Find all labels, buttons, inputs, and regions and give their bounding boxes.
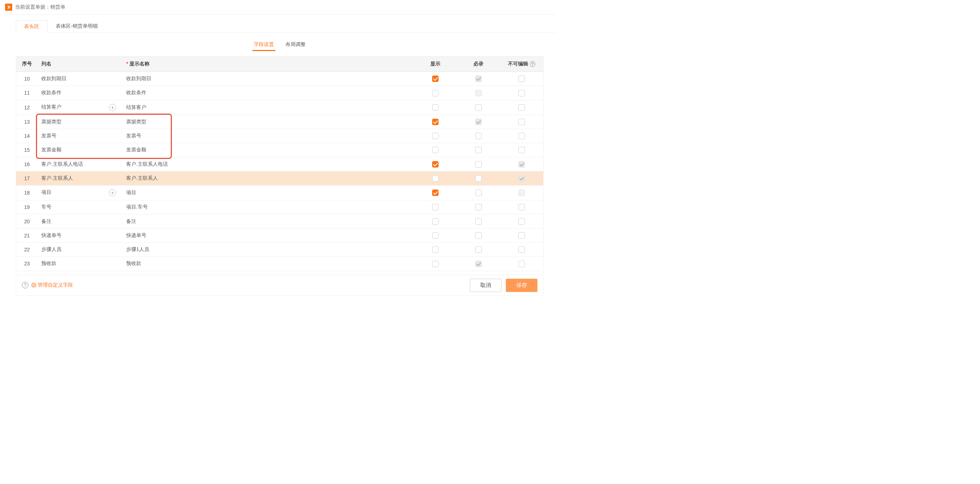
- plus-icon[interactable]: +: [109, 104, 116, 111]
- table-row[interactable]: 17客户.主联系人客户.主联系人: [16, 171, 543, 185]
- show-checkbox[interactable]: [432, 232, 439, 239]
- table-row[interactable]: 19车号项目.车号: [16, 200, 543, 214]
- cell-seq: 13: [16, 115, 38, 129]
- required-checkbox[interactable]: [475, 133, 482, 139]
- readonly-checkbox: [519, 161, 525, 167]
- manage-custom-fields-link[interactable]: 管理自定义字段: [31, 282, 73, 288]
- required-checkbox[interactable]: [475, 232, 482, 239]
- show-checkbox[interactable]: [432, 261, 439, 267]
- help-icon[interactable]: ?: [22, 282, 29, 288]
- cell-col-name: 预收款: [38, 257, 123, 271]
- required-checkbox[interactable]: [475, 147, 482, 153]
- readonly-checkbox[interactable]: [519, 232, 525, 239]
- cell-display-name[interactable]: 快递单号: [123, 228, 414, 242]
- readonly-checkbox[interactable]: [519, 75, 525, 82]
- show-checkbox[interactable]: [432, 218, 439, 225]
- readonly-checkbox[interactable]: [519, 246, 525, 253]
- show-checkbox[interactable]: [432, 90, 439, 96]
- cell-display-name[interactable]: 客户.主联系人电话: [123, 157, 414, 171]
- cell-required: [457, 200, 500, 214]
- cancel-button[interactable]: 取消: [470, 279, 501, 292]
- show-checkbox[interactable]: [432, 133, 439, 139]
- show-checkbox[interactable]: [432, 175, 439, 182]
- table-row[interactable]: 14发票号发票号: [16, 129, 543, 143]
- required-checkbox[interactable]: [475, 104, 482, 111]
- table-row[interactable]: 22步骤人员步骤1人员: [16, 242, 543, 256]
- plus-icon[interactable]: +: [109, 189, 116, 196]
- tab-secondary-0[interactable]: 字段设置: [252, 39, 275, 51]
- table-row[interactable]: 16客户.主联系人电话客户.主联系人电话: [16, 157, 543, 171]
- cell-display-name[interactable]: 步骤1人员: [123, 242, 414, 256]
- readonly-checkbox: [519, 175, 525, 182]
- table-row[interactable]: 21快递单号快递单号: [16, 228, 543, 242]
- cell-show: [414, 200, 457, 214]
- cell-readonly: [500, 129, 543, 143]
- table-row[interactable]: 11收款条件收款条件: [16, 86, 543, 100]
- help-icon[interactable]: ?: [530, 61, 535, 67]
- cell-display-name[interactable]: 项目.车号: [123, 200, 414, 214]
- cell-show: [414, 214, 457, 228]
- readonly-checkbox[interactable]: [519, 133, 525, 139]
- readonly-checkbox[interactable]: [519, 218, 525, 225]
- tab-secondary-1[interactable]: 布局调整: [284, 39, 307, 51]
- table-row[interactable]: 10收款到期日收款到期日: [16, 72, 543, 86]
- cell-display-name[interactable]: 备注: [123, 214, 414, 228]
- required-checkbox[interactable]: [475, 246, 482, 253]
- table-row[interactable]: 23预收款预收款: [16, 257, 543, 271]
- required-checkbox[interactable]: [475, 218, 482, 225]
- show-checkbox[interactable]: [432, 147, 439, 153]
- cell-required: [457, 115, 500, 129]
- cell-show: [414, 186, 457, 200]
- table-row[interactable]: 15发票金额发票金额: [16, 143, 543, 157]
- table-row[interactable]: 13票据类型票据类型: [16, 115, 543, 129]
- cell-col-name: 车号: [38, 200, 123, 214]
- required-checkbox[interactable]: [475, 161, 482, 167]
- cell-required: [457, 171, 500, 185]
- required-checkbox[interactable]: [475, 204, 482, 210]
- cell-display-name[interactable]: 票据类型: [123, 115, 414, 129]
- cell-display-name[interactable]: 收款条件: [123, 86, 414, 100]
- show-checkbox[interactable]: [432, 246, 439, 253]
- readonly-checkbox[interactable]: [519, 261, 525, 267]
- cell-display-name[interactable]: 收款到期日: [123, 72, 414, 86]
- readonly-checkbox[interactable]: [519, 204, 525, 210]
- header-bar: 当前设置单据：销货单: [3, 0, 557, 15]
- show-checkbox[interactable]: [432, 75, 439, 82]
- cell-readonly: [500, 72, 543, 86]
- th-name: 列名: [38, 56, 123, 72]
- footer-left: ? 管理自定义字段: [22, 282, 73, 288]
- required-checkbox: [475, 261, 482, 267]
- table-row[interactable]: 12结算客户+结算客户: [16, 100, 543, 115]
- tab-primary-0[interactable]: 表头区: [16, 20, 48, 33]
- readonly-checkbox[interactable]: [519, 104, 525, 111]
- show-checkbox[interactable]: [432, 204, 439, 210]
- table-row[interactable]: 20备注备注: [16, 214, 543, 228]
- show-checkbox[interactable]: [432, 119, 439, 125]
- save-button[interactable]: 保存: [506, 279, 538, 292]
- cell-display-name[interactable]: 项目: [123, 186, 414, 200]
- cell-seq: 19: [16, 200, 38, 214]
- cell-display-name[interactable]: 发票金额: [123, 143, 414, 157]
- cell-seq: 17: [16, 171, 38, 185]
- show-checkbox[interactable]: [432, 104, 439, 111]
- cell-col-name: 发票号: [38, 129, 123, 143]
- readonly-checkbox[interactable]: [519, 147, 525, 153]
- cell-required: [457, 257, 500, 271]
- required-checkbox[interactable]: [475, 175, 482, 182]
- required-checkbox: [475, 75, 482, 82]
- cell-display-name[interactable]: 预收款: [123, 257, 414, 271]
- cell-display-name[interactable]: 客户.主联系人: [123, 171, 414, 185]
- cell-display-name[interactable]: 结算客户: [123, 100, 414, 115]
- expand-toggle-icon[interactable]: [5, 3, 12, 11]
- cell-col-name: 客户.主联系人电话: [38, 157, 123, 171]
- svg-point-0: [33, 285, 35, 286]
- tab-primary-1[interactable]: 表体区-销货单明细: [48, 20, 106, 32]
- table-row[interactable]: 18项目+项目: [16, 186, 543, 200]
- readonly-checkbox[interactable]: [519, 119, 525, 125]
- cell-col-name: 快递单号: [38, 228, 123, 242]
- show-checkbox[interactable]: [432, 161, 439, 167]
- cell-display-name[interactable]: 发票号: [123, 129, 414, 143]
- required-checkbox[interactable]: [475, 189, 482, 196]
- readonly-checkbox[interactable]: [519, 90, 525, 96]
- show-checkbox[interactable]: [432, 189, 439, 196]
